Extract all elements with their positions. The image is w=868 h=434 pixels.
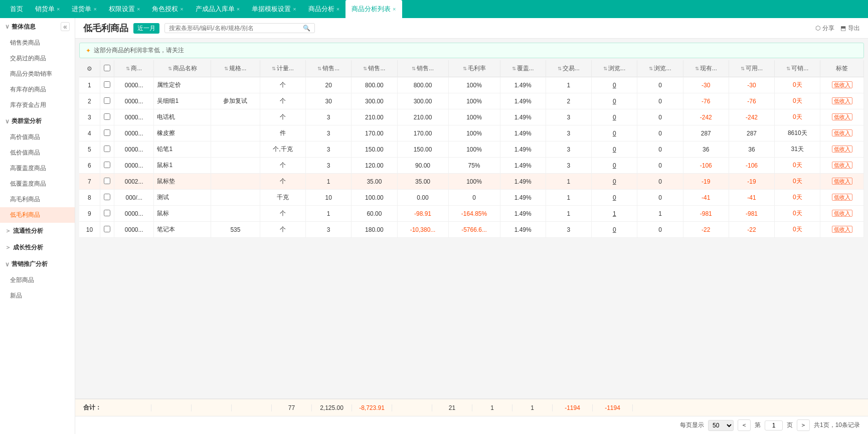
cell-browse1[interactable]: 0 [592, 125, 637, 141]
next-page-btn[interactable]: ＞ [797, 419, 810, 431]
footer-coverage-spacer [392, 404, 432, 411]
share-btn[interactable]: ⬡ 分享 [815, 24, 834, 33]
close-icon[interactable]: × [293, 6, 296, 12]
row-checkbox[interactable] [104, 210, 110, 216]
cell-gross-rate: -164.85% [448, 206, 500, 222]
row-checkbox[interactable] [104, 146, 110, 152]
cell-check[interactable] [100, 93, 114, 109]
cell-check[interactable] [100, 222, 114, 238]
cell-check[interactable] [100, 125, 114, 141]
col-saleable[interactable]: ⇅可销... [775, 60, 820, 77]
close-icon[interactable]: × [393, 6, 396, 12]
col-sales-qty[interactable]: ⇅销售... [306, 60, 352, 77]
cell-browse1[interactable]: 0 [592, 93, 637, 109]
select-all-checkbox[interactable] [104, 65, 110, 71]
row-checkbox[interactable] [104, 226, 110, 232]
sidebar-group-flow[interactable]: ＞ 流通性分析 [0, 223, 75, 239]
sidebar-item-sales-products[interactable]: 销售类商品 [0, 35, 75, 51]
cell-browse2: 0 [637, 174, 683, 190]
sidebar-item-low-value[interactable]: 低价值商品 [0, 145, 75, 161]
nav-item-sales[interactable]: 销货单× [29, 0, 66, 18]
cell-check[interactable] [100, 158, 114, 174]
cell-check[interactable] [100, 77, 114, 93]
row-checkbox[interactable] [104, 113, 110, 120]
sidebar-item-high-coverage[interactable]: 高覆盖度商品 [0, 161, 75, 176]
nav-item-purchase[interactable]: 进货单× [66, 0, 102, 18]
sidebar-item-high-profit[interactable]: 高毛利商品 [0, 192, 75, 207]
nav-item-analysis[interactable]: 商品分析× [302, 0, 345, 18]
page-number-input[interactable] [765, 420, 783, 430]
col-available[interactable]: ⇅可用... [729, 60, 774, 77]
sidebar-collapse-btn[interactable]: « [61, 22, 70, 31]
cell-check[interactable] [100, 141, 114, 158]
search-input[interactable] [169, 25, 303, 32]
search-box[interactable]: 🔍 [164, 23, 315, 33]
close-icon[interactable]: × [137, 6, 140, 12]
close-icon[interactable]: × [180, 6, 183, 12]
nav-item-home[interactable]: 首页 [4, 0, 29, 18]
cell-browse2: 0 [637, 190, 683, 206]
col-check[interactable] [100, 60, 114, 77]
cell-browse1[interactable]: 0 [592, 109, 637, 125]
col-browse1[interactable]: ⇅浏览... [592, 60, 637, 77]
close-icon[interactable]: × [237, 6, 240, 12]
cell-browse1[interactable]: 0 [592, 174, 637, 190]
cell-num: 9 [79, 206, 100, 222]
cell-check[interactable] [100, 109, 114, 125]
sidebar-item-high-value[interactable]: 高价值商品 [0, 129, 75, 145]
nav-item-analysis-list[interactable]: 商品分析列表× [345, 0, 402, 18]
sidebar-item-stock-products[interactable]: 有库存的商品 [0, 82, 75, 97]
cell-browse1[interactable]: 0 [592, 158, 637, 174]
col-tag: 标签 [820, 60, 864, 77]
prev-page-btn[interactable]: ＜ [738, 419, 751, 431]
col-settings[interactable]: ⚙ [79, 60, 100, 77]
sidebar-item-low-profit[interactable]: 低毛利商品 [0, 207, 75, 223]
cell-check[interactable] [100, 190, 114, 206]
sidebar-item-category-rate[interactable]: 商品分类助销率 [0, 66, 75, 82]
row-checkbox[interactable] [104, 81, 110, 88]
col-sales-profit[interactable]: ⇅销售... [397, 60, 448, 77]
close-icon[interactable]: × [93, 6, 96, 12]
export-btn[interactable]: ⬒ 导出 [840, 24, 860, 33]
cell-browse1[interactable]: 0 [592, 222, 637, 238]
sidebar-group-marketing[interactable]: ∨ 营销推广分析 [0, 256, 75, 272]
close-icon[interactable]: × [57, 6, 60, 12]
sidebar-item-all-products[interactable]: 全部商品 [0, 272, 75, 288]
nav-item-role[interactable]: 角色授权× [146, 0, 189, 18]
row-checkbox[interactable] [104, 178, 110, 184]
filter-btn[interactable]: 近一月 [133, 23, 159, 34]
sidebar-item-traded-products[interactable]: 交易过的商品 [0, 51, 75, 66]
sidebar-item-new-products[interactable]: 新品 [0, 288, 75, 304]
cell-check[interactable] [100, 206, 114, 222]
per-page-select[interactable]: 50 20 100 [708, 420, 734, 431]
sidebar-item-low-coverage[interactable]: 低覆盖度商品 [0, 176, 75, 192]
row-checkbox[interactable] [104, 129, 110, 136]
col-browse2[interactable]: ⇅浏览... [637, 60, 683, 77]
close-icon[interactable]: × [336, 6, 339, 12]
cell-browse1[interactable]: 0 [592, 190, 637, 206]
col-sales-price[interactable]: ⇅销售... [352, 60, 397, 77]
col-spec[interactable]: ⇅规格... [211, 60, 260, 77]
nav-item-template[interactable]: 单据模板设置× [246, 0, 302, 18]
cell-check[interactable] [100, 174, 114, 190]
nav-item-perm[interactable]: 权限设置× [103, 0, 146, 18]
col-name[interactable]: ⇅商品名称 [154, 60, 211, 77]
cell-browse1[interactable]: 0 [592, 77, 637, 93]
sidebar-item-stock-capital[interactable]: 库存资金占用 [0, 97, 75, 113]
col-coverage[interactable]: ⇅覆盖... [500, 60, 546, 77]
sidebar-group-cluster[interactable]: ∨ 类群堂分析 [0, 113, 75, 129]
cell-browse1[interactable]: 1 [592, 206, 637, 222]
row-checkbox[interactable] [104, 162, 110, 168]
row-checkbox[interactable] [104, 194, 110, 200]
sidebar-group-overall[interactable]: ∨ 整体信息 « [0, 18, 75, 35]
row-checkbox[interactable] [104, 97, 110, 104]
col-current[interactable]: ⇅现有... [683, 60, 729, 77]
col-gross-rate[interactable]: ⇅毛利率 [448, 60, 500, 77]
sidebar-group-growth[interactable]: ＞ 成长性分析 [0, 239, 75, 256]
col-trade[interactable]: ⇅交易... [546, 60, 591, 77]
cell-browse1[interactable]: 0 [592, 141, 637, 158]
nav-item-product[interactable]: 产成品入库单× [190, 0, 246, 18]
col-unit[interactable]: ⇅计量... [260, 60, 305, 77]
table-container[interactable]: ⚙ ⇅商... ⇅商品名称 ⇅规格... ⇅计量... ⇅销售... ⇅销售..… [79, 60, 864, 398]
col-code[interactable]: ⇅商... [114, 60, 154, 77]
